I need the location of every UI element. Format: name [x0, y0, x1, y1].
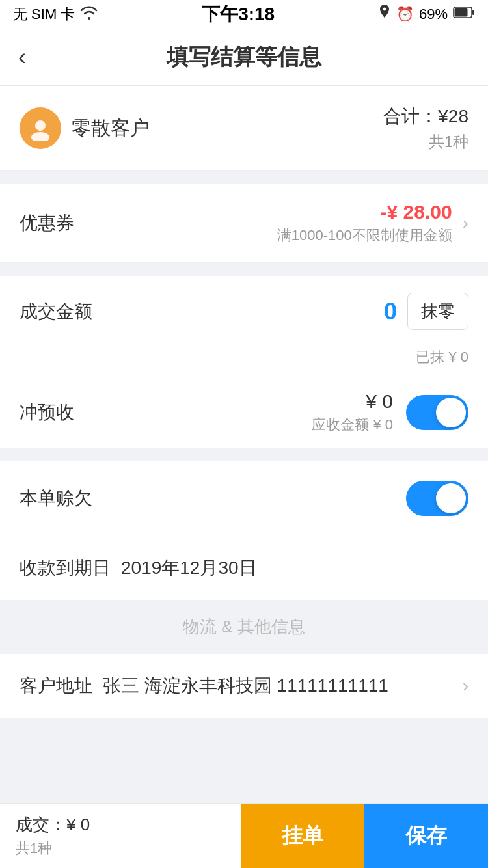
address-chevron-icon: › [463, 675, 468, 696]
battery-text: 69% [419, 6, 448, 23]
debt-section: 本单赊欠 收款到期日 2019年12月30日 [0, 461, 488, 600]
total-amount: 合计：¥28 [383, 104, 468, 129]
customer-section: 零散客户 合计：¥28 共1种 [0, 86, 488, 171]
transaction-right: 0 抹零 [384, 293, 468, 330]
coupon-section: 优惠券 -¥ 28.00 满1000-100不限制使用金额 › [0, 184, 488, 263]
back-button[interactable]: ‹ [18, 44, 26, 71]
svg-point-4 [31, 132, 49, 141]
coupon-note: 满1000-100不限制使用金额 [277, 226, 452, 245]
footer-count: 共1种 [16, 839, 225, 858]
prepayment-amount: ¥ 0 [312, 390, 393, 413]
prepayment-value-block: ¥ 0 应收金额 ¥ 0 [312, 390, 393, 435]
round-zero-button[interactable]: 抹零 [407, 293, 468, 330]
prepayment-right: ¥ 0 应收金额 ¥ 0 [312, 390, 468, 435]
coupon-label: 优惠券 [20, 211, 74, 236]
divider-line-left [20, 627, 170, 627]
debt-toggle-knob [436, 483, 466, 513]
divider-1 [0, 171, 488, 184]
coupon-amount: -¥ 28.00 [277, 201, 452, 223]
nav-bar: ‹ 填写结算等信息 [0, 29, 488, 86]
customer-row: 零散客户 合计：¥28 共1种 [0, 86, 488, 171]
page-title: 填写结算等信息 [167, 42, 321, 72]
address-value: 张三 海淀永丰科技园 11111111111 [103, 673, 455, 698]
footer: 成交：¥ 0 共1种 挂单 保存 [0, 803, 488, 868]
debt-toggle[interactable] [406, 481, 468, 516]
transaction-label: 成交金额 [20, 299, 92, 324]
carrier-text: 无 SIM 卡 [13, 5, 75, 24]
customer-left: 零散客户 [20, 107, 150, 149]
time-display: 下午3:18 [202, 2, 275, 27]
due-date-row: 收款到期日 2019年12月30日 [0, 536, 488, 600]
prepayment-row: 冲预收 ¥ 0 应收金额 ¥ 0 [0, 377, 488, 448]
divider-line-right [318, 627, 468, 627]
footer-deal-amount: 成交：¥ 0 [16, 813, 225, 836]
location-icon [378, 5, 391, 24]
avatar [20, 107, 61, 149]
debt-row: 本单赊欠 [0, 461, 488, 536]
customer-name: 零散客户 [72, 115, 150, 142]
debt-label: 本单赊欠 [20, 486, 92, 511]
transaction-amount-row: 成交金额 0 抹零 [0, 276, 488, 347]
status-bar: 无 SIM 卡 下午3:18 ⏰ 69% [0, 0, 488, 29]
status-right: ⏰ 69% [378, 5, 475, 24]
address-label: 客户地址 [20, 673, 92, 698]
due-date-value: 2019年12月30日 [121, 556, 257, 580]
status-left: 无 SIM 卡 [13, 5, 98, 24]
save-button[interactable]: 保存 [364, 804, 488, 868]
divider-2 [0, 263, 488, 276]
address-section: 客户地址 张三 海淀永丰科技园 11111111111 › [0, 654, 488, 718]
pending-button[interactable]: 挂单 [241, 804, 364, 868]
svg-point-3 [35, 120, 46, 131]
already-rounded-text: 已抹 ¥ 0 [0, 347, 488, 377]
wifi-icon [80, 5, 98, 23]
svg-rect-1 [455, 8, 468, 17]
toggle-knob [436, 398, 466, 427]
alarm-icon: ⏰ [396, 6, 414, 23]
coupon-chevron-icon: › [463, 213, 468, 234]
main-content: 零散客户 合计：¥28 共1种 优惠券 -¥ 28.00 满1000-100不限… [0, 86, 488, 868]
svg-rect-2 [472, 10, 474, 15]
logistics-divider: 物流 & 其他信息 [0, 600, 488, 654]
footer-info: 成交：¥ 0 共1种 [0, 804, 241, 868]
battery-icon [453, 6, 475, 23]
due-date-label: 收款到期日 [20, 556, 111, 580]
coupon-row[interactable]: 优惠券 -¥ 28.00 满1000-100不限制使用金额 › [0, 184, 488, 263]
coupon-right: -¥ 28.00 满1000-100不限制使用金额 › [277, 201, 468, 245]
divider-3 [0, 448, 488, 461]
prepayment-receivable: 应收金额 ¥ 0 [312, 415, 393, 435]
logistics-label: 物流 & 其他信息 [183, 616, 305, 638]
total-count: 共1种 [383, 131, 468, 152]
prepayment-label: 冲预收 [20, 400, 74, 425]
transaction-section: 成交金额 0 抹零 已抹 ¥ 0 冲预收 ¥ 0 应收金额 ¥ 0 [0, 276, 488, 448]
address-row[interactable]: 客户地址 张三 海淀永丰科技园 11111111111 › [0, 654, 488, 718]
transaction-value: 0 [384, 298, 397, 325]
prepayment-toggle[interactable] [406, 395, 468, 430]
coupon-value-block: -¥ 28.00 满1000-100不限制使用金额 [277, 201, 452, 245]
customer-summary: 合计：¥28 共1种 [383, 104, 468, 152]
